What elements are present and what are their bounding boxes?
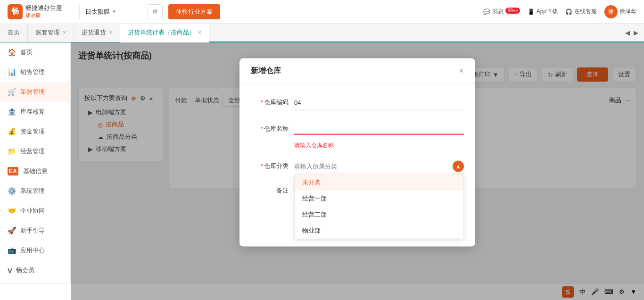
message-icon: 💬 bbox=[483, 8, 490, 15]
sidebar-item-basics[interactable]: EA 基础信息 bbox=[0, 161, 70, 181]
sidebar-label-apps: 应用中心 bbox=[20, 246, 45, 255]
sidebar-item-enterprise[interactable]: 🤝 企业协同 bbox=[0, 201, 70, 221]
tab-prev-icon[interactable]: ◀ bbox=[625, 29, 630, 36]
sidebar-item-home[interactable]: 🏠 首页 bbox=[0, 42, 70, 62]
dropdown-arrow-up-icon[interactable]: ▲ bbox=[453, 160, 464, 172]
messages-btn[interactable]: 💬 消息 99++ bbox=[483, 8, 520, 16]
sidebar-label-basics: 基础信息 bbox=[23, 167, 48, 175]
tab-purchase-stats-close[interactable]: × bbox=[198, 29, 201, 36]
tab-purchase-stats-label: 进货单统计表（按商品） bbox=[128, 28, 195, 37]
online-service-btn[interactable]: 🎧 在线客服 bbox=[565, 8, 597, 16]
enterprise-icon: 🤝 bbox=[8, 207, 17, 215]
apps-icon: 📺 bbox=[8, 246, 17, 255]
header-divider bbox=[79, 5, 80, 19]
tab-accounts[interactable]: 账套管理 × bbox=[28, 23, 74, 42]
app-download-btn[interactable]: 📱 App下载 bbox=[528, 8, 558, 16]
sidebar-item-operations[interactable]: 📁 经营管理 bbox=[0, 142, 70, 161]
sidebar-item-system[interactable]: ⚙️ 系统管理 bbox=[0, 181, 70, 201]
logo-area: 畅 畅捷通好生意 捷易版 bbox=[8, 4, 74, 19]
sidebar-item-inventory[interactable]: 🏦 库存核算 bbox=[0, 102, 70, 122]
add-warehouse-modal: 新增仓库 × 仓库编码 仓库名称 请输入仓库名称 bbox=[239, 58, 475, 247]
tab-purchase-return[interactable]: 进货退货 × bbox=[74, 23, 120, 42]
logo-icon: 畅 bbox=[8, 4, 23, 19]
header-right: 💬 消息 99++ 📱 App下载 🎧 在线客服 徐 徐泽华 bbox=[483, 5, 636, 18]
tab-purchase-stats[interactable]: 进货单统计表（按商品） × bbox=[120, 24, 209, 42]
sidebar: 🏠 首页 📊 销售管理 🛒 采购管理 🏦 库存核算 💰 资金管理 📁 经营管理 … bbox=[0, 42, 71, 300]
warehouse-category-wrap: ▲ 未分类 经营一部 经营二部 物业部 bbox=[294, 159, 464, 174]
operations-icon: 📁 bbox=[8, 147, 17, 156]
warehouse-name-label: 仓库名称 bbox=[251, 122, 289, 133]
sidebar-item-newbie[interactable]: 🚀 新手引导 bbox=[0, 221, 70, 241]
tab-home[interactable]: 首页 bbox=[0, 23, 28, 42]
home-icon: 🏠 bbox=[8, 48, 17, 57]
warehouse-code-label: 仓库编码 bbox=[251, 95, 289, 107]
note-label: 备注 bbox=[251, 183, 289, 195]
main-layout: 🏠 首页 📊 销售管理 🛒 采购管理 🏦 库存核算 💰 资金管理 📁 经营管理 … bbox=[0, 42, 644, 300]
sidebar-label-newbie: 新手引导 bbox=[20, 226, 45, 235]
messages-badge: 99++ bbox=[505, 8, 520, 14]
app-icon: 📱 bbox=[528, 8, 535, 15]
tab-purchase-return-label: 进货退货 bbox=[82, 28, 106, 37]
messages-label: 消息 bbox=[492, 8, 504, 16]
warehouse-category-input[interactable] bbox=[294, 158, 453, 174]
sidebar-label-vip: 畅会员 bbox=[16, 266, 34, 275]
sidebar-item-finance[interactable]: 💰 资金管理 bbox=[0, 122, 70, 142]
modal-header: 新增仓库 × bbox=[239, 58, 475, 84]
system-icon: ⚙️ bbox=[8, 187, 17, 195]
warehouse-code-input[interactable] bbox=[294, 95, 464, 110]
vip-icon: V bbox=[8, 267, 12, 275]
finance-icon: 💰 bbox=[8, 127, 17, 136]
dropdown-item-ops1[interactable]: 经营一部 bbox=[295, 191, 463, 207]
headset-icon: 🎧 bbox=[565, 8, 572, 15]
inventory-icon: 🏦 bbox=[8, 108, 17, 116]
purchase-icon: 🛒 bbox=[8, 88, 17, 96]
sidebar-label-finance: 资金管理 bbox=[20, 127, 45, 136]
logo-sub: 捷易版 bbox=[25, 12, 62, 19]
content-area: 进货单统计(按商品) 🖨 按模板打印 ▼ ↑ 导出 ↻ 刷新 查询 设置 bbox=[71, 42, 644, 300]
username-label: 徐泽华 bbox=[619, 8, 636, 16]
sales-icon: 📊 bbox=[8, 68, 17, 76]
modal-close-btn[interactable]: × bbox=[459, 66, 464, 76]
top-header: 畅 畅捷通好生意 捷易版 日太阳膜 ▼ ⚙ 体验行业方案 💬 消息 99++ 📱… bbox=[0, 0, 644, 24]
dropdown-item-property[interactable]: 物业部 bbox=[295, 223, 463, 239]
trial-btn[interactable]: 体验行业方案 bbox=[168, 4, 220, 19]
sidebar-label-purchase: 采购管理 bbox=[20, 88, 45, 96]
sidebar-label-inventory: 库存核算 bbox=[20, 108, 45, 116]
newbie-icon: 🚀 bbox=[8, 226, 17, 235]
app-download-label: App下载 bbox=[537, 8, 558, 16]
tab-next-icon[interactable]: ▶ bbox=[634, 29, 638, 36]
category-dropdown-list: 未分类 经营一部 经营二部 物业部 bbox=[294, 174, 464, 239]
warehouse-name-input[interactable] bbox=[294, 120, 464, 135]
user-info[interactable]: 徐 徐泽华 bbox=[604, 5, 636, 18]
tab-accounts-close[interactable]: × bbox=[63, 29, 66, 36]
store-name: 日太阳膜 bbox=[85, 8, 110, 16]
tab-actions: ◀ ▶ bbox=[625, 29, 644, 36]
sidebar-label-sales: 销售管理 bbox=[20, 68, 45, 76]
settings-button[interactable]: ⚙ bbox=[148, 4, 163, 19]
user-avatar: 徐 bbox=[604, 5, 618, 18]
tab-bar: 首页 账套管理 × 进货退货 × 进货单统计表（按商品） × ◀ ▶ bbox=[0, 24, 644, 42]
tab-purchase-return-close[interactable]: × bbox=[109, 29, 112, 36]
warehouse-name-error: 请输入仓库名称 bbox=[294, 142, 334, 150]
sidebar-item-purchase[interactable]: 🛒 采购管理 bbox=[0, 82, 70, 102]
sidebar-label-enterprise: 企业协同 bbox=[20, 207, 45, 215]
sidebar-item-vip[interactable]: V 畅会员 bbox=[0, 260, 70, 280]
sidebar-item-sales[interactable]: 📊 销售管理 bbox=[0, 62, 70, 82]
modal-body: 仓库编码 仓库名称 请输入仓库名称 仓库分类 bbox=[239, 84, 475, 219]
store-select[interactable]: 日太阳膜 ▼ bbox=[85, 8, 142, 16]
sidebar-label-system: 系统管理 bbox=[20, 187, 45, 195]
logo-title: 畅捷通好生意 bbox=[25, 4, 62, 12]
dropdown-item-ops2[interactable]: 经营二部 bbox=[295, 207, 463, 223]
warehouse-name-row: 仓库名称 请输入仓库名称 bbox=[251, 120, 464, 150]
sidebar-label-home: 首页 bbox=[20, 48, 33, 57]
tab-home-label: 首页 bbox=[8, 28, 20, 37]
warehouse-category-dropdown[interactable]: ▲ bbox=[294, 159, 464, 174]
basics-icon: EA bbox=[8, 167, 18, 175]
warehouse-category-row: 仓库分类 ▲ 未分类 经营一部 经营二部 物业部 bbox=[251, 159, 464, 174]
warehouse-category-label: 仓库分类 bbox=[251, 159, 289, 170]
dropdown-item-uncategorized[interactable]: 未分类 bbox=[295, 175, 463, 191]
logo-text: 畅捷通好生意 捷易版 bbox=[25, 4, 62, 19]
sidebar-item-apps[interactable]: 📺 应用中心 bbox=[0, 241, 70, 260]
store-arrow-icon: ▼ bbox=[112, 9, 116, 14]
online-service-label: 在线客服 bbox=[574, 8, 597, 16]
